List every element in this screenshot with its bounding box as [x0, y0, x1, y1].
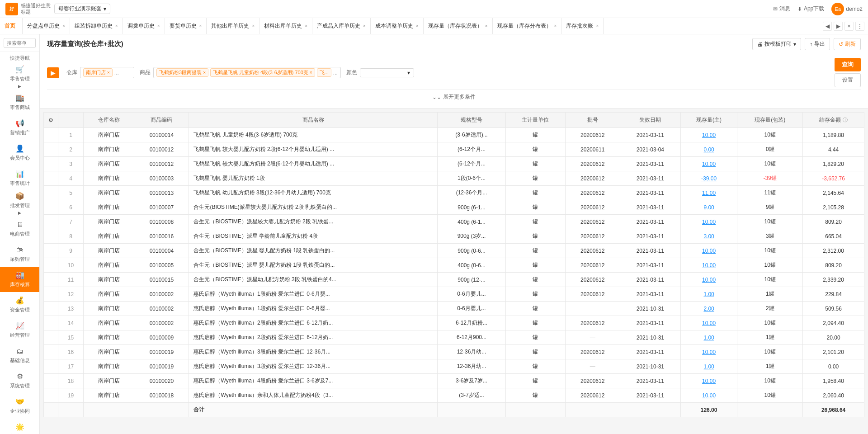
- cell-warehouse: 南岸门店: [83, 359, 134, 374]
- close-tab-transfer[interactable]: ×: [157, 24, 160, 28]
- finance-icon: 💰: [15, 296, 24, 305]
- chevron-right-icon: ▶: [18, 84, 21, 89]
- cell-spec: 900g (12-...: [438, 273, 505, 287]
- cell-stock-main[interactable]: 10.00: [680, 374, 737, 388]
- tab-cost-adjust[interactable]: 成本调整单历史 ×: [371, 18, 424, 34]
- tab-disassemble[interactable]: 组装拆卸单历史 ×: [70, 18, 123, 34]
- cell-product-name: 合生元（BIOSTIME）派星 婴儿配方奶粉 1段 乳铁蛋白的...: [189, 258, 438, 273]
- cell-stock-main[interactable]: 2.00: [680, 302, 737, 316]
- tab-demand[interactable]: 要货单历史 ×: [165, 18, 207, 34]
- cell-batch: 20200612: [565, 186, 620, 200]
- balance-info-icon[interactable]: ⓘ: [843, 117, 848, 123]
- tabs-prev[interactable]: ◀: [823, 22, 832, 31]
- close-tab-inventory-split[interactable]: ×: [62, 24, 65, 28]
- cell-stock-main[interactable]: 10.00: [680, 258, 737, 273]
- cell-stock-main[interactable]: 10.00: [680, 128, 737, 142]
- settings-button[interactable]: 设置: [835, 73, 861, 87]
- message-button[interactable]: ✉ 消息: [773, 5, 790, 13]
- sidebar-search-input[interactable]: [4, 38, 36, 48]
- close-tab-material-out[interactable]: ×: [305, 24, 307, 28]
- cell-stock-main[interactable]: 10.00: [680, 388, 737, 403]
- tab-other-out[interactable]: 其他出库单历史 ×: [207, 18, 259, 34]
- store-selector[interactable]: 母婴行业演示账套 ▾: [54, 4, 110, 14]
- warehouse-tag-close[interactable]: ×: [107, 70, 110, 75]
- close-tab-stock-status[interactable]: ×: [485, 24, 488, 28]
- sidebar-item-base-info[interactable]: 🗂 基础信息: [0, 343, 39, 368]
- sidebar-item-ecommerce[interactable]: 🖥 电商管理: [0, 216, 39, 241]
- refresh-button[interactable]: ↺ 刷新: [834, 38, 861, 50]
- sidebar-item-retail-mall[interactable]: 🏬 零售商城: [0, 90, 39, 115]
- tabs-menu[interactable]: ⋮: [855, 22, 864, 31]
- cell-balance: -3,652.76: [803, 171, 864, 186]
- color-dropdown[interactable]: ▾: [360, 68, 414, 77]
- sidebar-item-inventory[interactable]: 🏭 库存核算: [0, 267, 39, 292]
- export-button[interactable]: ↑ 导出: [805, 38, 830, 50]
- cell-checkbox: [44, 258, 58, 273]
- expand-icon-button[interactable]: ▶: [47, 67, 59, 78]
- tabs-close-all[interactable]: ×: [844, 22, 854, 31]
- sidebar-item-members[interactable]: 👤 会员中心: [0, 140, 39, 165]
- product-tag-2-close[interactable]: ×: [310, 70, 312, 75]
- query-button[interactable]: 查询: [835, 58, 861, 71]
- product-tag-1-close[interactable]: ×: [203, 70, 206, 75]
- cell-stock-main[interactable]: 10.00: [680, 345, 737, 359]
- cell-stock-main[interactable]: 3.00: [680, 229, 737, 244]
- sidebar-item-batch-mgr[interactable]: 📦 批发管理 ▶: [0, 191, 39, 216]
- tab-batch-post[interactable]: 库存批次账 ×: [561, 18, 604, 34]
- cell-stock-main[interactable]: 1.00: [680, 330, 737, 345]
- tabs-next[interactable]: ▶: [834, 22, 843, 31]
- close-tab-other-out[interactable]: ×: [252, 24, 255, 28]
- warehouse-more-dots[interactable]: ...: [114, 70, 119, 76]
- sidebar-item-retail[interactable]: 🛒 零售管理 ▶: [0, 64, 39, 90]
- tab-stock-status[interactable]: 现存量（库存状况表） ×: [424, 18, 493, 34]
- expand-more-button[interactable]: ⌄⌄ 展开更多条件: [47, 91, 861, 103]
- cell-stock-main[interactable]: 9.00: [680, 200, 737, 215]
- cell-row-num: 4: [58, 171, 84, 186]
- tab-product-in[interactable]: 产成品入库单历史 ×: [312, 18, 371, 34]
- tab-inventory-split[interactable]: 分盘点单历史 ×: [23, 18, 70, 34]
- cell-stock-main[interactable]: 11.00: [680, 186, 737, 200]
- tab-transfer[interactable]: 调拨单历史 ×: [123, 18, 165, 34]
- tab-home[interactable]: 首页: [0, 18, 23, 34]
- user-menu[interactable]: Ea demo2: [831, 3, 863, 15]
- close-tab-batch-post[interactable]: ×: [596, 24, 599, 28]
- sidebar-item-retail-stats[interactable]: 📊 零售统计: [0, 165, 39, 191]
- cell-stock-main[interactable]: 10.00: [680, 273, 737, 287]
- sidebar-item-quick-nav[interactable]: 快捷导航: [0, 52, 39, 64]
- cell-warehouse: 南岸门店: [83, 171, 134, 186]
- sidebar-item-ops[interactable]: 📈 经营管理: [0, 317, 39, 343]
- th-settings[interactable]: ⚙: [44, 113, 58, 128]
- cell-stock-main[interactable]: 10.00: [680, 316, 737, 330]
- cell-stock-main[interactable]: 1.00: [680, 359, 737, 374]
- sidebar-item-guide[interactable]: 🌟 新手引导: [0, 419, 39, 434]
- cell-product-name: 合生元（BIOSTIME）派星 婴儿配方奶粉 1段 乳铁蛋白的...: [189, 244, 438, 258]
- cell-stock-main[interactable]: 10.00: [680, 215, 737, 229]
- product-tag-container[interactable]: 飞鹤奶粉3段两提装 × 飞鹤星飞帆 儿童奶粉 4段(3-6岁适用) 700克 ×…: [153, 67, 341, 78]
- print-button[interactable]: 🖨 按模板打印 ▾: [752, 38, 801, 50]
- members-icon: 👤: [15, 144, 24, 153]
- sidebar-item-marketing[interactable]: 📢 营销推广: [0, 115, 39, 140]
- close-tab-cost-adjust[interactable]: ×: [416, 24, 419, 28]
- sidebar-item-purchase[interactable]: 🛍 采购管理: [0, 241, 39, 267]
- cell-stock-main[interactable]: 1.00: [680, 287, 737, 302]
- cell-stock-pkg: 10罐: [737, 316, 803, 330]
- warehouse-tag-container[interactable]: 南岸门店 × ...: [80, 67, 134, 78]
- close-tab-demand[interactable]: ×: [199, 24, 202, 28]
- tab-stock-dist[interactable]: 现存量（库存分布表） ×: [493, 18, 562, 34]
- sidebar-item-finance[interactable]: 💰 资金管理: [0, 292, 39, 317]
- cell-stock-main[interactable]: -39.00: [680, 171, 737, 186]
- app-download-button[interactable]: ⬇ App下载: [797, 5, 824, 13]
- cell-stock-main[interactable]: 10.00: [680, 157, 737, 171]
- cell-stock-main[interactable]: 10.00: [680, 244, 737, 258]
- product-more-dots[interactable]: ...: [333, 70, 338, 76]
- cell-batch: 20200612: [565, 200, 620, 215]
- close-tab-disassemble[interactable]: ×: [115, 24, 118, 28]
- cell-expire: 2021-03-11: [620, 258, 680, 273]
- close-tab-product-in[interactable]: ×: [363, 24, 366, 28]
- cell-warehouse: 南岸门店: [83, 244, 134, 258]
- tab-material-out[interactable]: 材料出库单历史 ×: [259, 18, 312, 34]
- sidebar-item-enterprise[interactable]: 🤝 企业协同: [0, 393, 39, 419]
- close-tab-stock-dist[interactable]: ×: [554, 24, 557, 28]
- cell-stock-main[interactable]: 0.00: [680, 142, 737, 157]
- sidebar-item-system[interactable]: ⚙ 系统管理: [0, 368, 39, 393]
